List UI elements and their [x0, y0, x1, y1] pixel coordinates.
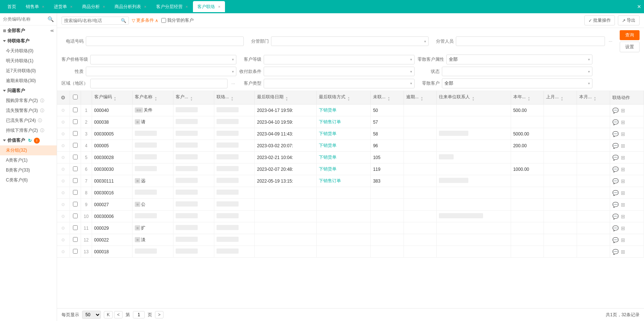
my-customers-filter[interactable]: 我分管的客户 [161, 17, 194, 24]
menu-action-icon[interactable]: ⊞ [621, 143, 625, 149]
row-checkbox[interactable] [73, 202, 78, 207]
query-button[interactable]: 查询 [620, 30, 640, 40]
menu-action-icon[interactable]: ⊞ [621, 107, 625, 113]
sidebar-search-icon[interactable]: 🔍 [47, 16, 54, 22]
search-input[interactable] [64, 18, 119, 23]
menu-action-icon[interactable]: ⊞ [621, 225, 625, 231]
cust-type-select[interactable]: ▾ [264, 79, 414, 88]
this-year-column-header[interactable]: 本年... ▲▼ [511, 91, 544, 105]
sidebar-item-ungroup[interactable]: 未分组(32) [0, 145, 57, 155]
problem-group-title[interactable]: 问题客户 [0, 86, 57, 96]
menu-action-icon[interactable]: ⊞ [621, 178, 625, 184]
sidebar-item-overdue[interactable]: 逾期未联络(30) [0, 76, 57, 86]
row-checkbox[interactable] [73, 131, 78, 136]
menu-action-icon[interactable]: ⊞ [621, 190, 625, 196]
nav-home[interactable]: 首页 [3, 1, 21, 12]
next-page-btn[interactable]: > [155, 311, 163, 318]
row-checkbox[interactable] [73, 107, 78, 112]
row-checkbox[interactable] [73, 190, 78, 195]
export-button[interactable]: ↗ 导出 [618, 15, 640, 25]
sidebar-item-a-class[interactable]: A类客户(1) [0, 155, 57, 165]
row-checkbox[interactable] [73, 214, 78, 218]
select-all-checkbox[interactable] [73, 95, 78, 99]
sidebar-search-input[interactable] [3, 17, 47, 22]
chat-action-icon[interactable]: 💬 [612, 249, 619, 255]
my-customers-checkbox[interactable] [161, 18, 166, 23]
pending-group-title[interactable]: 待联络客户 [0, 36, 57, 46]
menu-action-icon[interactable]: ⊞ [621, 166, 625, 172]
nav-analysis[interactable]: 商品分析 × [78, 1, 109, 12]
sidebar-item-today[interactable]: 今天待联络(0) [0, 46, 57, 56]
code-column-header[interactable]: 客户编码 ▲▼ [92, 91, 133, 105]
menu-action-icon[interactable]: ⊞ [621, 202, 625, 208]
close-sales-icon[interactable]: × [42, 4, 44, 9]
status-select[interactable]: ▾ [442, 67, 592, 76]
chat-action-icon[interactable]: 💬 [612, 237, 619, 243]
chat-action-icon[interactable]: 💬 [612, 225, 619, 231]
row-last-type[interactable]: 下销货单 [319, 143, 337, 148]
chat-action-icon[interactable]: 💬 [612, 202, 619, 208]
menu-action-icon[interactable]: ⊞ [621, 237, 625, 243]
chat-action-icon[interactable]: 💬 [612, 107, 619, 113]
payment-select[interactable]: ▾ [264, 67, 414, 76]
overdue-column-header[interactable]: 逾期... ▲▼ [404, 91, 437, 105]
chat-action-icon[interactable]: 💬 [612, 190, 619, 196]
row-last-type[interactable]: 下销货单 [319, 131, 337, 136]
row-last-type[interactable]: 下销售订单 [319, 178, 341, 183]
sidebar-item-abnormal[interactable]: 囤购异常客户(2) ⓘ [0, 96, 57, 106]
nav-customer-segment[interactable]: 客户分层经营 × [152, 1, 192, 12]
retail-attr-select[interactable]: 全部 ▾ [446, 54, 592, 64]
refresh-icon[interactable]: ↻ [28, 138, 32, 143]
contact-column-header[interactable]: 联络... ▲▼ [214, 91, 254, 105]
row-checkbox[interactable] [73, 178, 78, 183]
menu-action-icon[interactable]: ⊞ [621, 119, 625, 125]
chat-action-icon[interactable]: 💬 [612, 119, 619, 125]
nav-sales[interactable]: 销售单 × [21, 1, 49, 12]
sidebar-item-tomorrow[interactable]: 明天待联络(1) [0, 56, 57, 66]
sidebar-item-c-class[interactable]: C类客户(6) [0, 175, 57, 185]
page-input[interactable] [133, 311, 145, 318]
row-checkbox[interactable] [73, 225, 78, 230]
menu-action-icon[interactable]: ⊞ [621, 155, 625, 160]
value-group-title[interactable]: 价值客户 ↻ ! [0, 135, 57, 145]
search-submit-icon[interactable]: 🔍 [121, 18, 126, 23]
close-analysis-list-icon[interactable]: × [144, 4, 146, 9]
close-contact-icon[interactable]: × [218, 4, 220, 9]
row-checkbox[interactable] [73, 155, 78, 159]
row-checkbox[interactable] [73, 119, 78, 124]
first-page-btn[interactable]: K [104, 311, 113, 318]
manager-select[interactable] [456, 36, 605, 46]
settings-icon[interactable]: ⚙ [61, 95, 66, 100]
close-segment-icon[interactable]: × [186, 4, 188, 9]
chat-action-icon[interactable]: 💬 [612, 131, 619, 137]
row-last-type[interactable]: 下销货单 [319, 155, 337, 160]
chat-action-icon[interactable]: 💬 [612, 178, 619, 184]
menu-action-icon[interactable]: ⊞ [621, 214, 625, 219]
unit-contact-column-header[interactable]: 往来单位联系人 ▲▼ [437, 91, 511, 105]
retail-cust-select[interactable]: 全部 ▾ [442, 78, 592, 88]
name-column-header[interactable]: 客户名称 ▲▼ [133, 91, 173, 105]
menu-action-icon[interactable]: ⊞ [621, 131, 625, 137]
manager-more-btn[interactable]: ··· [607, 39, 614, 44]
sidebar-item-churn-risk[interactable]: 流失预警客户(3) ⓘ [0, 106, 57, 116]
price-level-select[interactable]: ▾ [90, 55, 236, 64]
last-date-column-header[interactable]: 最后联络日期 ▲▼ [255, 91, 317, 105]
close-all-icon[interactable]: × [637, 3, 641, 11]
nav-analysis-list[interactable]: 商品分析列表 × [110, 1, 151, 12]
chat-action-icon[interactable]: 💬 [612, 155, 619, 160]
region-select[interactable] [90, 79, 228, 88]
chat-action-icon[interactable]: 💬 [612, 143, 619, 149]
page-size-select[interactable]: 50 100 200 [82, 311, 101, 319]
chat-action-icon[interactable]: 💬 [612, 166, 619, 172]
dept-select[interactable]: ▾ [271, 36, 429, 46]
menu-action-icon[interactable]: ⊞ [621, 249, 625, 255]
all-customers-section[interactable]: ⊞ 全部客户 ≪ [0, 25, 57, 36]
nature-select[interactable]: ▾ [86, 67, 236, 76]
row-last-type[interactable]: 下销货单 [319, 107, 337, 113]
cust-level-select[interactable]: ▾ [264, 55, 414, 64]
gear-column-header[interactable]: ⚙ [57, 91, 70, 105]
row-last-type[interactable]: 下销货单 [319, 166, 337, 172]
nav-customer-contact[interactable]: 客户联络 × [193, 1, 225, 12]
chat-action-icon[interactable]: 💬 [612, 214, 619, 219]
row-last-type[interactable]: 下销售订单 [319, 119, 341, 124]
